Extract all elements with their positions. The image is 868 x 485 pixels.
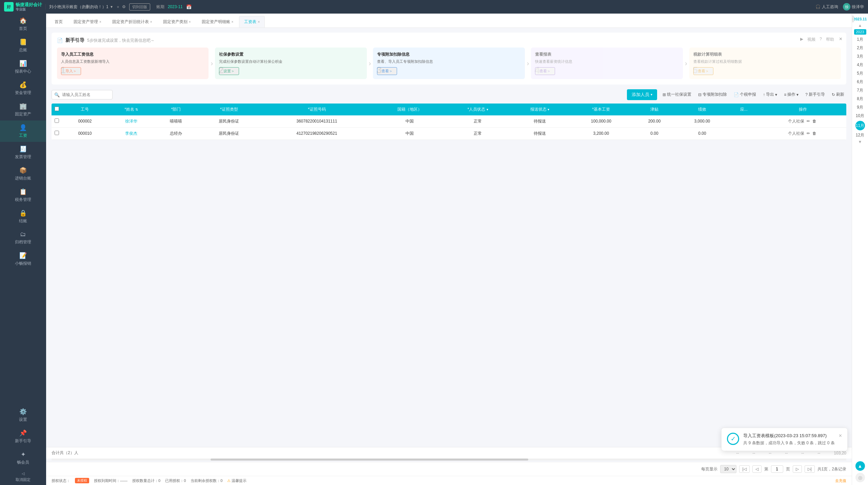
guide-close-button[interactable]: × (839, 36, 842, 42)
report-status-filter-icon[interactable]: ▾ (548, 108, 549, 111)
tab-home[interactable]: 首页 (50, 16, 68, 27)
row2-name-link[interactable]: 李俊杰 (125, 131, 137, 136)
row2-checkbox[interactable] (52, 127, 62, 139)
sidebar-item-ledger[interactable]: 📒 总账 (0, 35, 46, 56)
th-name[interactable]: *姓名 ⇅ (108, 104, 155, 115)
add-account-icon[interactable]: ＋ (116, 4, 120, 10)
rp-year-label[interactable]: 2023 (854, 29, 866, 35)
operations-btn[interactable]: ≡ 操作 ▾ (782, 90, 801, 99)
th-status[interactable]: *人员状态 ▾ (446, 104, 510, 115)
first-page-btn[interactable]: |◁ (739, 465, 749, 473)
next-page-btn[interactable]: ▷ (793, 465, 802, 473)
new-guide-btn[interactable]: ? 新手引导 (803, 90, 827, 99)
row2-social-link[interactable]: 个人社保 (788, 131, 804, 136)
tab-details[interactable]: 固定资产明细账 × (197, 16, 239, 27)
sidebar-item-expenses[interactable]: 🧾 发票管理 (0, 142, 46, 163)
sidebar-item-closing[interactable]: 🔒 结账 (0, 206, 46, 227)
rp-month-12[interactable]: 12月 (854, 131, 866, 139)
old-version-button[interactable]: 切到旧版 (129, 3, 150, 11)
account-selector[interactable]: 刘小艳演示账套（勿删勿动！）1 ▾ ＋ ⚙ (49, 4, 126, 10)
period-value[interactable]: 2023-11 (168, 4, 183, 9)
user-profile[interactable]: 徐 徐泽华 (843, 3, 864, 11)
rp-month-11[interactable]: 11月 (855, 121, 865, 130)
rp-down-nav[interactable]: ▼ (858, 139, 862, 144)
sidebar-item-payroll[interactable]: 👤 工资 (0, 120, 46, 142)
sidebar-item-assets[interactable]: 🏢 固定资产 (0, 99, 46, 120)
guide-title-text: 新手引导 (65, 37, 84, 43)
rp-month-6[interactable]: 6月 (854, 78, 866, 86)
rp-month-1[interactable]: 1月 (854, 35, 866, 44)
row2-name[interactable]: 李俊杰 (108, 127, 155, 139)
calendar-icon[interactable]: 📅 (186, 4, 192, 10)
page-number-input[interactable] (771, 465, 783, 473)
sidebar-item-settings[interactable]: ⚙️ 设置 (0, 405, 46, 426)
sort-icon[interactable]: ⇅ (135, 108, 138, 111)
rp-action-icon-1[interactable]: ▲ (855, 461, 865, 471)
close-tab-payroll-icon[interactable]: × (258, 20, 260, 24)
sidebar-item-funds[interactable]: 💰 资金管理 (0, 78, 46, 99)
rp-month-2[interactable]: 2月 (854, 44, 866, 52)
sidebar-item-tax[interactable]: 📋 税务管理 (0, 185, 46, 206)
row1-check[interactable] (55, 118, 59, 123)
rp-action-icon-2[interactable]: ◎ (855, 473, 865, 482)
step2-num: 2 (218, 65, 224, 76)
row2-edit-icon[interactable]: ✏ (807, 131, 810, 136)
tax-report-btn[interactable]: 📄 个税申报 (732, 90, 758, 99)
row1-checkbox[interactable] (52, 115, 62, 128)
sidebar-item-sales[interactable]: 📦 进销台账 (0, 163, 46, 185)
last-page-btn[interactable]: ▷| (805, 465, 815, 473)
sidebar-item-home[interactable]: 🏠 首页 (0, 14, 46, 35)
row2-allowance: 0.00 (633, 127, 676, 139)
row2-check[interactable] (55, 131, 59, 135)
rp-month-10[interactable]: 10月 (854, 112, 866, 120)
refresh-btn[interactable]: ↻ 刷新 (830, 90, 846, 99)
ai-consult-button[interactable]: 🎧 人工咨询 (815, 4, 838, 10)
special-deduction-btn[interactable]: ⊟ 专项附加扣除 (696, 90, 729, 99)
row1-name[interactable]: 徐泽华 (108, 115, 155, 128)
close-tab-depreciation-icon[interactable]: × (150, 20, 152, 24)
rp-month-5[interactable]: 5月 (854, 69, 866, 78)
status-filter-icon[interactable]: ▾ (487, 108, 488, 111)
rp-up-nav[interactable]: ▲ (858, 23, 862, 28)
prev-page-btn[interactable]: ◁ (752, 465, 762, 473)
export-btn[interactable]: ↑ 导出 ▾ (761, 90, 779, 99)
rp-month-8[interactable]: 8月 (854, 95, 866, 103)
rp-month-4[interactable]: 4月 (854, 61, 866, 69)
row1-edit-icon[interactable]: ✏ (807, 119, 810, 124)
row1-name-link[interactable]: 徐泽华 (125, 119, 137, 124)
upgrade-link[interactable]: 去充值 (835, 478, 846, 483)
row1-delete-icon[interactable]: 🗑 (812, 119, 816, 124)
sidebar-item-expense2[interactable]: 📝 小畅报销 (0, 248, 46, 270)
settings-icon[interactable]: ⚙ (122, 4, 126, 9)
close-tab-details-icon[interactable]: × (232, 20, 234, 24)
toast-close-button[interactable]: × (839, 433, 842, 439)
sidebar-item-member[interactable]: ✦ 畅会员 (0, 447, 46, 469)
panel-collapse-btn[interactable]: ‹ (852, 16, 854, 22)
sidebar-item-archive[interactable]: 🗂 归档管理 (0, 227, 46, 248)
unified-social-btn[interactable]: ⊞ 统一社保设置 (660, 90, 693, 99)
close-tab-categories-icon[interactable]: × (189, 20, 191, 24)
close-tab-fixed-assets-icon[interactable]: × (99, 20, 101, 24)
tab-categories[interactable]: 固定资产类别 × (158, 16, 196, 27)
rp-month-9[interactable]: 9月 (854, 103, 866, 112)
search-input[interactable] (52, 90, 113, 99)
help-label[interactable]: 帮助 (826, 37, 834, 42)
th-report-status[interactable]: 报送状态 ▾ (510, 104, 570, 115)
select-all-checkbox[interactable] (55, 107, 59, 111)
video-label[interactable]: 视频 (807, 37, 815, 42)
row2-nationality: 中国 (373, 127, 446, 139)
sidebar-item-reports[interactable]: 📊 报表中心 (0, 56, 46, 78)
row1-social-link[interactable]: 个人社保 (788, 119, 804, 124)
tab-depreciation[interactable]: 固定资产折旧统计表 × (107, 16, 157, 27)
add-person-button[interactable]: 添加人员 ▾ (627, 89, 657, 100)
tab-fixed-assets[interactable]: 固定资产管理 × (68, 16, 106, 27)
per-page-select[interactable]: 10 (720, 465, 736, 473)
horizontal-scrollbar[interactable] (52, 459, 846, 461)
row2-delete-icon[interactable]: 🗑 (812, 131, 816, 136)
tab-payroll[interactable]: 工资表 × (239, 16, 265, 27)
sidebar-unpin[interactable]: ◁ 取消固定 (0, 469, 46, 485)
sidebar-item-newguide[interactable]: 📌 新手引导 (0, 426, 46, 447)
chevron-down-icon[interactable]: ▾ (111, 4, 113, 9)
rp-month-3[interactable]: 3月 (854, 52, 866, 61)
rp-month-7[interactable]: 7月 (854, 86, 866, 95)
